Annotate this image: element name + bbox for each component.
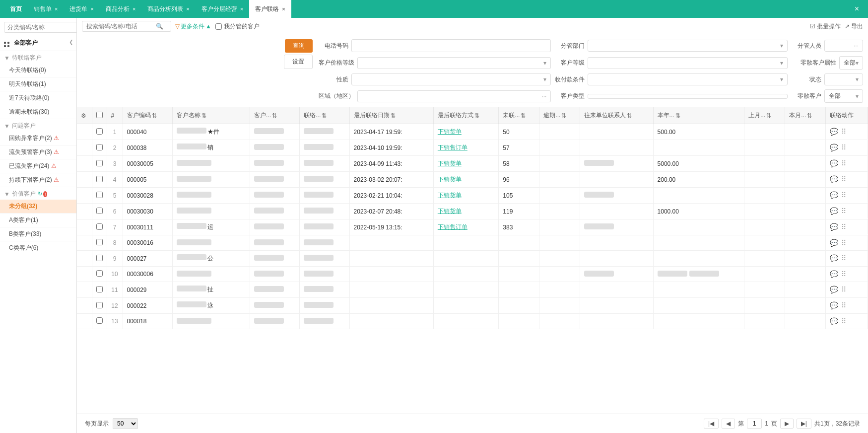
filter-input-status[interactable]: ▾ — [824, 73, 863, 85]
tab-customer-segmentation[interactable]: 客户分层经营 × — [196, 0, 249, 18]
search-icon[interactable]: 🔍 — [156, 23, 163, 30]
next-page-button[interactable]: ▶ — [780, 419, 794, 429]
home-tab[interactable]: 首页 — [4, 0, 28, 18]
all-customers-header[interactable]: 全部客户 《 — [0, 35, 76, 51]
row-settings[interactable] — [77, 204, 92, 219]
sidebar-item-tomorrow[interactable]: 明天待联络(1) — [0, 77, 76, 91]
row-checkbox[interactable] — [92, 219, 107, 235]
row-settings[interactable] — [77, 298, 92, 314]
more-actions-icon[interactable]: ⠿ — [841, 301, 846, 309]
sidebar-item-class-b[interactable]: B类客户(33) — [0, 227, 76, 241]
filter-input-scattered2[interactable]: 全部▾ — [824, 89, 863, 103]
row-checkbox[interactable] — [92, 235, 107, 251]
contact-icon[interactable]: 💬 — [830, 207, 838, 215]
last-contact-way[interactable]: 下销货单 — [433, 204, 499, 219]
sidebar-item-overdue[interactable]: 逾期未联络(30) — [0, 105, 76, 119]
contact-icon[interactable]: 💬 — [830, 317, 838, 325]
settings-col-header[interactable]: ⚙ — [77, 107, 92, 124]
contact-icon[interactable]: 💬 — [830, 270, 838, 278]
filter-input-payment[interactable]: ▾ — [588, 73, 788, 85]
reset-button[interactable]: 设置 — [284, 55, 313, 69]
last-month-col-header[interactable]: 上月... ⇅ — [744, 107, 785, 124]
more-actions-icon[interactable]: ⠿ — [841, 159, 846, 167]
filter-input-dept[interactable]: ▾ — [588, 40, 788, 52]
page-input[interactable] — [747, 419, 762, 429]
row-settings[interactable] — [77, 251, 92, 267]
filter-input-phone[interactable] — [351, 39, 551, 52]
row-checkbox[interactable] — [92, 251, 107, 267]
type-col-header[interactable]: 客户... ⇅ — [250, 107, 300, 124]
filter-input-scattered[interactable]: 全部▾ — [839, 56, 863, 70]
contact-icon[interactable]: 💬 — [830, 159, 838, 167]
row-settings[interactable] — [77, 314, 92, 329]
prev-page-button[interactable]: ◀ — [722, 419, 735, 429]
sidebar-item-churned[interactable]: 已流失客户(24) ⚠ — [0, 159, 76, 173]
first-page-button[interactable]: |◀ — [704, 419, 719, 429]
collapse-icon[interactable]: 《 — [67, 39, 72, 47]
last-contact-way[interactable]: 下销售订单 — [433, 140, 499, 156]
more-icon[interactable]: ··· — [854, 42, 859, 49]
group-title-pending[interactable]: ▼ 待联络客户 — [0, 51, 76, 64]
tab-customer-contact[interactable]: 客户联络 × — [249, 0, 291, 18]
last-contact-way[interactable]: 下销货单 — [433, 156, 499, 172]
sidebar-item-ungroup[interactable]: 未分组(32) — [0, 200, 76, 214]
sidebar-item-churn-warning[interactable]: 流失预警客户(3) ⚠ — [0, 145, 76, 159]
row-checkbox[interactable] — [92, 172, 107, 188]
search-box[interactable]: 🔍 — [82, 21, 171, 32]
category-search-input[interactable] — [4, 22, 77, 33]
contact-col-header[interactable]: 联络... ⇅ — [300, 107, 349, 124]
contact-icon[interactable]: 💬 — [830, 254, 838, 262]
row-settings[interactable] — [77, 235, 92, 251]
filter-input-customer-type[interactable] — [588, 94, 788, 99]
more-actions-icon[interactable]: ⠿ — [841, 317, 846, 325]
tab-sales-order[interactable]: 销售单 × — [28, 0, 64, 18]
more-actions-icon[interactable]: ⠿ — [841, 175, 846, 183]
group-title-problem[interactable]: ▼ 问题客户 — [0, 119, 76, 132]
not-contacted-col-header[interactable]: 未联... ⇅ — [499, 107, 539, 124]
more-actions-icon[interactable]: ⠿ — [841, 128, 846, 136]
batch-op-button[interactable]: ☑ 批量操作 — [810, 22, 841, 31]
contact-icon[interactable]: 💬 — [830, 191, 838, 199]
contact-icon[interactable]: 💬 — [830, 301, 838, 309]
row-checkbox[interactable] — [92, 282, 107, 298]
contact-icon[interactable]: 💬 — [830, 175, 838, 183]
filter-input-price-level[interactable]: ▾ — [357, 57, 551, 69]
last-page-button[interactable]: ▶| — [797, 419, 811, 429]
row-checkbox[interactable] — [92, 124, 107, 140]
row-settings[interactable] — [77, 219, 92, 235]
close-icon[interactable]: × — [133, 6, 135, 12]
filter-input-nature[interactable]: ▾ — [351, 73, 551, 85]
filter-input-customer-level[interactable]: ▾ — [588, 57, 788, 69]
row-checkbox[interactable] — [92, 267, 107, 282]
last-contact-way-col-header[interactable]: 最后联络方式 ⇅ — [433, 107, 499, 124]
sidebar-item-class-a[interactable]: A类客户(1) — [0, 214, 76, 227]
contact-icon[interactable]: 💬 — [830, 223, 838, 231]
close-icon[interactable]: × — [55, 6, 58, 12]
close-icon[interactable]: × — [240, 6, 243, 12]
last-contact-way[interactable]: 下销货单 — [433, 188, 499, 204]
row-checkbox[interactable] — [92, 188, 107, 204]
filter-input-region[interactable]: ··· — [357, 90, 551, 102]
row-checkbox[interactable] — [92, 204, 107, 219]
close-window-button[interactable]: × — [850, 4, 864, 13]
sidebar-item-week[interactable]: 近7天待联络(0) — [0, 91, 76, 105]
checkbox-col-header[interactable] — [92, 107, 107, 124]
this-month-col-header[interactable]: 本月... ⇅ — [785, 107, 826, 124]
filter-input-person[interactable]: ··· — [824, 40, 863, 52]
more-actions-icon[interactable]: ⠿ — [841, 191, 846, 199]
more-actions-icon[interactable]: ⠿ — [841, 254, 846, 262]
close-icon[interactable]: × — [186, 6, 189, 12]
row-checkbox[interactable] — [92, 140, 107, 156]
row-checkbox[interactable] — [92, 298, 107, 314]
sidebar-item-repurchase-abnormal[interactable]: 回购异常客户(2) ⚠ — [0, 132, 76, 145]
unit-contact-col-header[interactable]: 往来单位联系人 ⇅ — [580, 107, 653, 124]
contact-icon[interactable]: 💬 — [830, 144, 838, 151]
more-actions-icon[interactable]: ⠿ — [841, 144, 846, 151]
more-icon[interactable]: ··· — [541, 93, 546, 100]
tab-product-analysis[interactable]: 商品分析 × — [100, 0, 141, 18]
sidebar-item-today[interactable]: 今天待联络(0) — [0, 64, 76, 77]
export-button[interactable]: ↗ 导出 — [845, 22, 863, 31]
query-button[interactable]: 查询 — [285, 39, 313, 53]
row-settings[interactable] — [77, 124, 92, 140]
more-conditions-button[interactable]: ▽ 更多条件 ▲ — [175, 22, 211, 31]
